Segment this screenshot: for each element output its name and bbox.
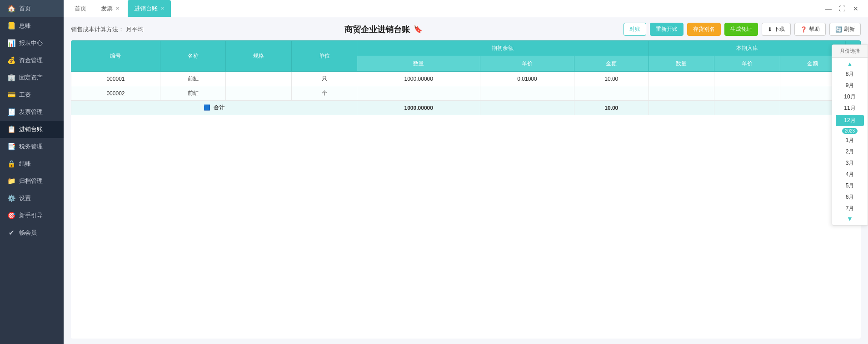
data-table: 编号 名称 规格 单位 期初余额 本期入库 数 数量 单价 金额 数量 单价 (71, 40, 861, 115)
tab-purchase-sales[interactable]: 进销台账 ✕ (128, 0, 171, 17)
reconcile-button[interactable]: 对账 (624, 23, 646, 36)
month-item-6[interactable]: 6月 (832, 192, 868, 203)
sidebar-item-funds[interactable]: 💰 资金管理 (0, 52, 64, 69)
sidebar-item-label: 报表中心 (19, 39, 43, 47)
cell-unit: 个 (291, 86, 357, 101)
sidebar-item-member[interactable]: ✔ 畅会员 (0, 224, 64, 241)
sidebar-item-reports[interactable]: 📊 报表中心 (0, 34, 64, 52)
col-unit: 单位 (291, 41, 357, 72)
month-item-7[interactable]: 7月 (832, 203, 868, 214)
cell-opening-price (480, 86, 574, 101)
sidebar-item-label: 固定资产 (19, 74, 43, 82)
home-icon: 🏠 (7, 5, 15, 13)
window-controls: — ⛶ ✕ (823, 4, 861, 14)
month-scroll-down[interactable]: ▼ (845, 214, 854, 223)
save-alias-button[interactable]: 存货别名 (687, 23, 721, 36)
reports-icon: 📊 (7, 39, 15, 47)
sidebar-item-label: 税务管理 (19, 143, 43, 151)
table-header-row-1: 编号 名称 规格 单位 期初余额 本期入库 数 (71, 41, 861, 56)
cost-method: 销售成本计算方法： 月平均 (71, 25, 144, 34)
info-icon[interactable]: 🔖 (414, 25, 423, 34)
sidebar-item-archive[interactable]: 📁 归档管理 (0, 172, 64, 190)
year-badge-2023: 2023 (842, 128, 858, 134)
cell-opening-amount: 10.00 (574, 72, 649, 86)
col-current-in-group: 本期入库 (649, 41, 845, 56)
sidebar-item-ledger[interactable]: 📒 总账 (0, 17, 64, 34)
cell-in-qty (649, 72, 714, 86)
cell-name: 前缸 (160, 72, 225, 86)
total-opening-amount: 10.00 (574, 101, 649, 115)
page-title: 商贸企业进销台账 (344, 24, 410, 35)
cell-in-qty (649, 86, 714, 101)
tab-home[interactable]: 首页 (68, 0, 93, 17)
archive-icon: 📁 (7, 177, 15, 185)
table-row: 000001 前缸 只 1000.00000 0.01000 10.00 (71, 72, 861, 86)
cell-opening-price: 0.01000 (480, 72, 574, 86)
month-item-2[interactable]: 2月 (832, 146, 868, 157)
tab-invoice[interactable]: 发票 ✕ (95, 0, 126, 17)
sidebar-item-label: 总账 (19, 22, 31, 30)
sidebar-item-label: 新手引导 (19, 211, 43, 220)
month-panel-scroll: ▲ 8月 9月 10月 11月 12月 2023 1月 2月 3月 4月 5月 … (832, 58, 868, 225)
generate-voucher-button[interactable]: 生成凭证 (724, 23, 758, 36)
download-icon: ⬇ (768, 26, 772, 33)
close-window-button[interactable]: ✕ (851, 4, 861, 14)
cell-number: 000001 (71, 72, 160, 86)
month-item-12[interactable]: 12月 (836, 115, 864, 126)
cell-unit: 只 (291, 72, 357, 86)
col-opening-price: 单价 (480, 56, 574, 72)
tab-bar: 首页 发票 ✕ 进销台账 ✕ (64, 0, 868, 17)
sidebar-item-settings[interactable]: ⚙️ 设置 (0, 190, 64, 207)
sidebar-item-guide[interactable]: 🎯 新手引导 (0, 207, 64, 224)
month-item-8[interactable]: 8月 (832, 69, 868, 80)
download-button[interactable]: ⬇ 下载 (762, 23, 791, 36)
help-button[interactable]: ❓ 帮助 (794, 23, 826, 36)
sidebar-item-home[interactable]: 🏠 首页 (0, 0, 64, 17)
minimize-button[interactable]: — (823, 4, 833, 14)
col-name: 名称 (160, 41, 225, 72)
month-scroll-up[interactable]: ▲ (845, 59, 854, 69)
help-label: 帮助 (809, 25, 820, 33)
cell-in-price (714, 86, 780, 101)
assets-icon: 🏢 (7, 74, 15, 82)
sidebar-item-label: 设置 (19, 194, 31, 202)
sidebar-item-tax[interactable]: 📑 税务管理 (0, 138, 64, 155)
sidebar-item-assets[interactable]: 🏢 固定资产 (0, 69, 64, 86)
cost-method-label: 销售成本计算方法： (71, 26, 124, 33)
month-item-10[interactable]: 10月 (832, 91, 868, 103)
sidebar-item-label: 首页 (19, 5, 31, 13)
ledger-icon: 📒 (7, 22, 15, 30)
month-item-5[interactable]: 5月 (832, 180, 868, 192)
tax-icon: 📑 (7, 143, 15, 151)
purchase-sales-icon: 📋 (7, 125, 15, 133)
tab-invoice-close[interactable]: ✕ (115, 5, 120, 11)
sidebar-item-wages[interactable]: 💳 工资 (0, 86, 64, 103)
top-bar: 销售成本计算方法： 月平均 商贸企业进销台账 🔖 对账 重新开账 存货别名 生成… (71, 23, 861, 36)
month-item-3[interactable]: 3月 (832, 157, 868, 169)
cell-in-price (714, 72, 780, 86)
guide-icon: 🎯 (7, 211, 15, 220)
tab-purchase-sales-close[interactable]: ✕ (160, 5, 165, 11)
col-spec: 规格 (226, 41, 291, 72)
month-item-11[interactable]: 11月 (832, 103, 868, 114)
cell-opening-amount (574, 86, 649, 101)
month-item-1[interactable]: 1月 (832, 135, 868, 146)
month-item-4[interactable]: 4月 (832, 169, 868, 180)
month-item-9[interactable]: 9月 (832, 80, 868, 91)
reopen-button[interactable]: 重新开账 (650, 23, 683, 36)
main-content: 首页 发票 ✕ 进销台账 ✕ 销售成本计算方法： 月平均 商贸企业进销台账 🔖 … (64, 0, 868, 344)
cell-opening-qty: 1000.00000 (357, 72, 480, 86)
total-opening-price (480, 101, 574, 115)
sidebar-item-label: 进销台账 (19, 125, 43, 133)
sidebar-item-invoice-mgmt[interactable]: 🧾 发票管理 (0, 103, 64, 121)
invoice-mgmt-icon: 🧾 (7, 108, 15, 116)
download-label: 下载 (774, 25, 785, 33)
maximize-button[interactable]: ⛶ (837, 4, 847, 14)
sidebar-item-close[interactable]: 🔒 结账 (0, 155, 64, 172)
refresh-button[interactable]: 🔄 刷新 (829, 23, 861, 36)
sidebar-item-purchase-sales[interactable]: 📋 进销台账 (0, 121, 64, 138)
sidebar-item-label: 发票管理 (19, 108, 43, 116)
total-opening-qty: 1000.00000 (357, 101, 480, 115)
member-icon: ✔ (7, 229, 15, 237)
cost-method-value: 月平均 (126, 26, 144, 33)
